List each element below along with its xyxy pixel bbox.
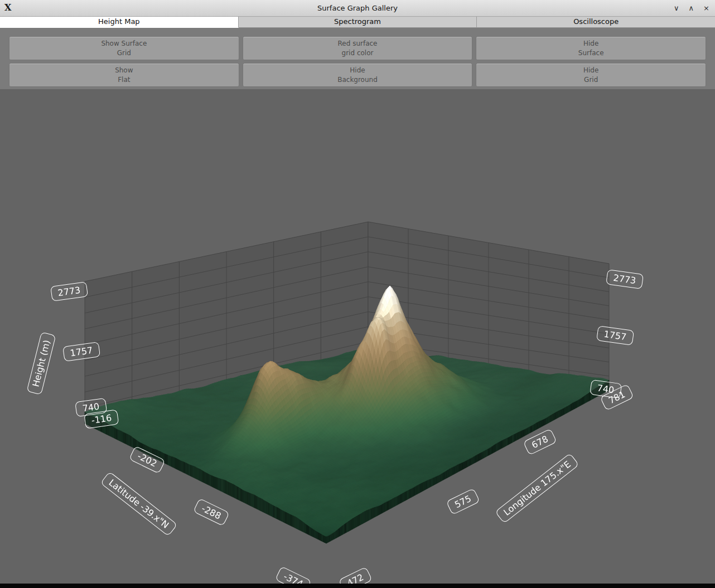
tab-height-map[interactable]: Height Map bbox=[0, 16, 239, 28]
app-icon: X bbox=[4, 2, 11, 13]
maximize-window-icon[interactable]: ∧ bbox=[689, 0, 694, 16]
tab-oscilloscope[interactable]: Oscilloscope bbox=[477, 16, 715, 28]
titlebar: X Surface Graph Gallery ∨ ∧ × bbox=[0, 0, 715, 17]
tab-bar: Height Map Spectrogram Oscilloscope bbox=[0, 16, 715, 28]
screen-edge-strip bbox=[0, 584, 715, 588]
window-title: Surface Graph Gallery bbox=[0, 4, 715, 12]
show-surface-grid-button[interactable]: Show Surface Grid bbox=[9, 36, 239, 60]
button-label-line: Hide bbox=[350, 66, 365, 75]
button-label-line: Flat bbox=[118, 75, 130, 85]
show-flat-button[interactable]: Show Flat bbox=[9, 63, 239, 87]
toolbar-row-2: Show Flat Hide Background Hide Grid bbox=[0, 63, 715, 87]
button-label-line: Show bbox=[115, 66, 133, 75]
button-label-line: Surface bbox=[578, 48, 604, 58]
height-map-page: Show Surface Grid Red surface grid color… bbox=[0, 28, 715, 584]
button-label-line: Hide bbox=[583, 39, 598, 48]
hide-grid-button[interactable]: Hide Grid bbox=[476, 63, 706, 87]
close-window-icon[interactable]: × bbox=[703, 0, 709, 16]
toolbar-row-1: Show Surface Grid Red surface grid color… bbox=[0, 36, 715, 60]
hide-background-button[interactable]: Hide Background bbox=[243, 63, 473, 87]
button-label-line: Red surface bbox=[338, 39, 378, 48]
window-controls: ∨ ∧ × bbox=[674, 0, 709, 16]
button-label-line: Show Surface bbox=[101, 39, 147, 48]
tab-spectrogram[interactable]: Spectrogram bbox=[239, 16, 477, 28]
button-label-line: grid color bbox=[342, 48, 374, 58]
button-label-line: Grid bbox=[117, 48, 131, 58]
button-label-line: Background bbox=[337, 75, 378, 85]
hide-surface-button[interactable]: Hide Surface bbox=[476, 36, 706, 60]
surface-plot-canvas[interactable] bbox=[0, 89, 715, 584]
shade-window-icon[interactable]: ∨ bbox=[674, 0, 679, 16]
surface-plot-area: 27731757-116740Height (m)277317577817406… bbox=[0, 89, 715, 584]
red-surface-grid-color-button[interactable]: Red surface grid color bbox=[243, 36, 473, 60]
button-label-line: Grid bbox=[584, 75, 598, 85]
button-label-line: Hide bbox=[583, 66, 598, 75]
